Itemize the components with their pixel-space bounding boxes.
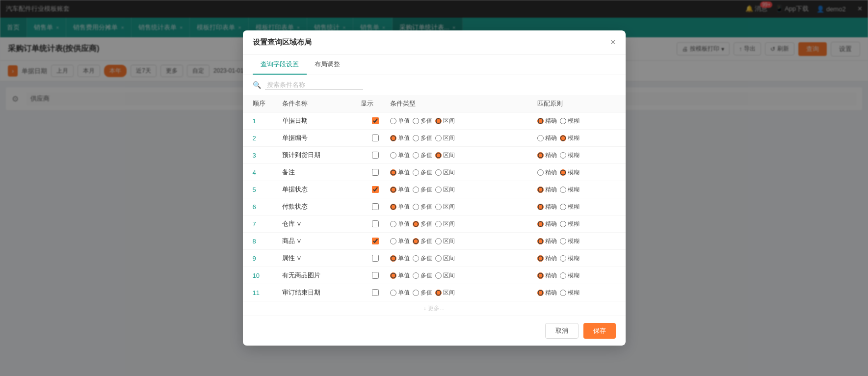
modal-overlay: 设置查询区域布局 × 查询字段设置 布局调整 🔍 顺序 条件名称 显示 条件类型…: [0, 0, 868, 116]
dialog-title: 设置查询区域布局: [253, 38, 312, 47]
dialog-table: 1单据日期单值多值区间精确模糊2单据编号单值多值区间精确模糊3预计到货日期单值多…: [243, 112, 626, 116]
settings-dialog: 设置查询区域布局 × 查询字段设置 布局调整 🔍 顺序 条件名称 显示 条件类型…: [243, 30, 626, 116]
dialog-tab-layout[interactable]: 布局调整: [307, 55, 348, 75]
search-icon: 🔍: [253, 81, 261, 89]
col-display: 显示: [361, 99, 390, 108]
dialog-body: 顺序 条件名称 显示 条件类型 匹配原则 1单据日期单值多值区间精确模糊2单据编…: [243, 95, 626, 116]
col-name: 条件名称: [282, 99, 361, 108]
table-row: 1单据日期单值多值区间精确模糊: [243, 112, 626, 116]
dialog-tabs: 查询字段设置 布局调整: [243, 55, 626, 75]
table-column-headers: 顺序 条件名称 显示 条件类型 匹配原则: [243, 95, 626, 112]
col-order: 顺序: [253, 99, 282, 108]
dialog-header: 设置查询区域布局 ×: [243, 30, 626, 55]
dialog-close-btn[interactable]: ×: [610, 37, 616, 48]
dialog-tab-query-fields[interactable]: 查询字段设置: [253, 55, 307, 75]
dialog-search-bar: 🔍: [243, 75, 626, 95]
search-input[interactable]: [265, 80, 363, 90]
col-match: 匹配原则: [537, 99, 616, 108]
col-type: 条件类型: [390, 99, 537, 108]
